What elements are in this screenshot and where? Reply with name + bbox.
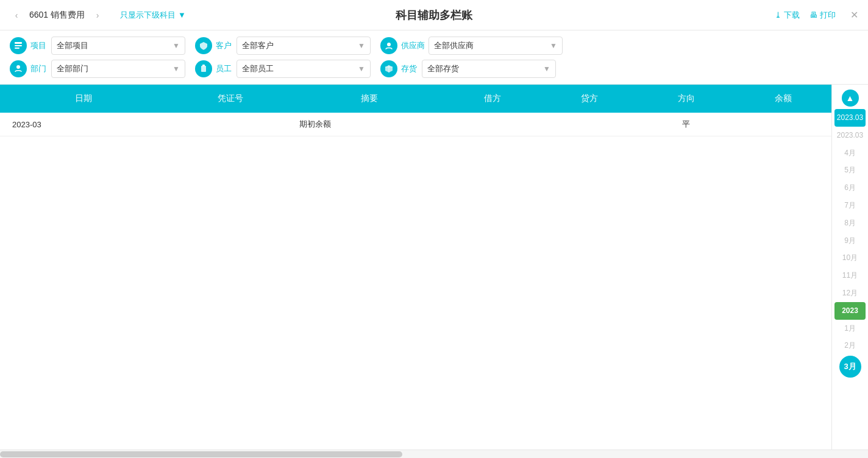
table-header-row: 日期 凭证号 摘要 借方 贷方 方向 余额	[0, 85, 831, 113]
title-bar-left: ‹ 6601 销售费用 › 只显示下级科目 ▼	[10, 9, 186, 22]
horizontal-scrollbar[interactable]	[0, 449, 868, 458]
svg-rect-6	[202, 65, 205, 66]
sidebar-item-2023-03-b[interactable]: 2023.03	[832, 127, 868, 144]
col-date: 日期	[0, 85, 166, 113]
sidebar-item-january[interactable]: 1月	[832, 320, 868, 337]
cell-summary: 期初余额	[294, 113, 444, 136]
table-container: 日期 凭证号 摘要 借方 贷方 方向 余额 2023-03 期初余额	[0, 85, 831, 449]
col-debit: 借方	[444, 85, 541, 113]
print-btn[interactable]: 🖶 打印	[809, 10, 836, 21]
employee-select[interactable]: 全部员工 ▼	[237, 60, 371, 78]
page-title: 科目辅助多栏账	[396, 8, 472, 23]
data-table: 日期 凭证号 摘要 借方 贷方 方向 余额 2023-03 期初余额	[0, 85, 831, 136]
customer-label: 客户	[216, 40, 233, 51]
sidebar-item-march[interactable]: 3月	[839, 356, 861, 378]
svg-point-4	[16, 65, 20, 69]
customer-icon	[195, 37, 212, 54]
svg-point-3	[387, 43, 391, 46]
supplier-select[interactable]: 全部供应商 ▼	[429, 37, 563, 55]
filter-supplier: 供应商 全部供应商 ▼	[380, 37, 563, 55]
filter-row-2: 部门 全部部门 ▼ 员工 全部员工 ▼	[10, 60, 858, 78]
department-select-arrow: ▼	[173, 65, 180, 73]
employee-select-arrow: ▼	[358, 65, 365, 73]
filter-department: 部门 全部部门 ▼	[10, 60, 185, 78]
sidebar-item-february[interactable]: 2月	[832, 337, 868, 354]
sidebar-item-july[interactable]: 7月	[832, 197, 868, 214]
cell-date: 2023-03	[0, 113, 166, 136]
print-icon: 🖶	[809, 10, 817, 19]
svg-rect-0	[15, 42, 22, 44]
cell-direction: 平	[638, 113, 735, 136]
project-select-arrow: ▼	[173, 41, 180, 50]
supplier-icon	[380, 37, 397, 54]
prev-account-btn[interactable]: ‹	[10, 9, 23, 22]
sidebar-item-year-2023[interactable]: 2023	[834, 302, 866, 320]
show-sub-accounts-dropdown[interactable]: 只显示下级科目 ▼	[120, 10, 186, 21]
account-code: 6601 销售费用	[27, 9, 87, 22]
cell-debit	[444, 113, 541, 136]
project-icon	[10, 37, 27, 54]
col-credit: 贷方	[541, 85, 638, 113]
filter-row-1: 项目 全部项目 ▼ 客户 全部客户 ▼	[10, 37, 858, 55]
svg-rect-2	[15, 48, 20, 49]
inventory-label: 存货	[401, 63, 418, 74]
inventory-icon	[380, 60, 397, 77]
sidebar-item-september[interactable]: 9月	[832, 232, 868, 250]
table-row: 2023-03 期初余额 平	[0, 113, 831, 136]
sidebar-item-august[interactable]: 8月	[832, 214, 868, 232]
department-label: 部门	[30, 63, 48, 74]
download-icon: ⤓	[775, 10, 781, 19]
right-sidebar: ▲ 2023.03 2023.03 4月 5月 6月 7月 8月	[831, 85, 868, 449]
customer-select[interactable]: 全部客户 ▼	[237, 37, 371, 55]
supplier-select-arrow: ▼	[550, 41, 557, 50]
next-account-btn[interactable]: ›	[91, 9, 104, 22]
sidebar-item-april[interactable]: 4月	[832, 144, 868, 162]
sidebar-item-2023-03-top[interactable]: 2023.03	[834, 109, 866, 127]
dropdown-arrow-icon: ▼	[178, 10, 186, 19]
close-btn[interactable]: ✕	[850, 9, 858, 21]
sidebar-item-may[interactable]: 5月	[832, 161, 868, 179]
filter-customer: 客户 全部客户 ▼	[195, 37, 371, 55]
inventory-select[interactable]: 全部存货 ▼	[422, 60, 556, 78]
project-select[interactable]: 全部项目 ▼	[51, 37, 185, 55]
title-bar: ‹ 6601 销售费用 › 只显示下级科目 ▼ 科目辅助多栏账 ⤓ 下载 🖶 打…	[0, 0, 868, 30]
cell-voucher	[166, 113, 294, 136]
sidebar-item-november[interactable]: 11月	[832, 267, 868, 284]
sidebar-item-june[interactable]: 6月	[832, 179, 868, 197]
svg-rect-1	[15, 45, 22, 46]
col-summary: 摘要	[294, 85, 444, 113]
employee-icon	[195, 60, 212, 77]
cell-balance	[735, 113, 831, 136]
filter-project: 项目 全部项目 ▼	[10, 37, 185, 55]
department-select[interactable]: 全部部门 ▼	[51, 60, 185, 78]
employee-label: 员工	[216, 63, 233, 74]
inventory-select-arrow: ▼	[543, 65, 550, 73]
sidebar-item-december[interactable]: 12月	[832, 284, 868, 302]
col-balance: 余额	[735, 85, 831, 113]
filter-inventory: 存货 全部存货 ▼	[380, 60, 556, 78]
title-bar-right: ⤓ 下载 🖶 打印 ✕	[775, 9, 858, 21]
filter-employee: 员工 全部员工 ▼	[195, 60, 371, 78]
sidebar-item-october[interactable]: 10月	[832, 249, 868, 267]
filter-area: 项目 全部项目 ▼ 客户 全部客户 ▼	[0, 30, 868, 85]
download-btn[interactable]: ⤓ 下载	[775, 10, 800, 21]
sidebar-scroll-up-btn[interactable]: ▲	[842, 90, 859, 107]
supplier-label: 供应商	[401, 40, 425, 51]
customer-select-arrow: ▼	[358, 41, 365, 50]
cell-credit	[541, 113, 638, 136]
department-icon	[10, 60, 27, 77]
svg-rect-5	[201, 66, 206, 72]
col-voucher: 凭证号	[166, 85, 294, 113]
main-window: ‹ 6601 销售费用 › 只显示下级科目 ▼ 科目辅助多栏账 ⤓ 下载 🖶 打…	[0, 0, 868, 458]
project-label: 项目	[30, 40, 48, 51]
scroll-thumb	[0, 451, 402, 457]
col-direction: 方向	[638, 85, 735, 113]
